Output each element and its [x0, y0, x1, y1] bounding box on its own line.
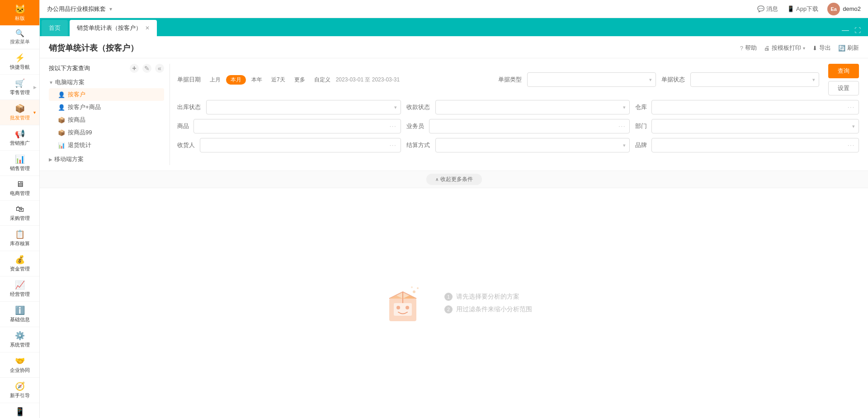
scheme-group-mobile-title[interactable]: ▶ 移动端方案 — [49, 153, 164, 165]
sidebar-item-label: 库存核算 — [10, 240, 30, 247]
scheme-group-mobile-label: 移动端方案 — [54, 155, 84, 163]
scheme-item-label: 按客户+商品 — [68, 103, 101, 111]
sidebar-item-inventory[interactable]: 📋 库存核算 — [0, 226, 39, 251]
minimize-icon[interactable]: — — [842, 26, 849, 34]
out-status-input[interactable]: ▾ — [206, 100, 401, 114]
sidebar-item-label: 零售管理 — [10, 89, 30, 96]
scheme-group-desktop-title[interactable]: ▼ 电脑端方案 — [49, 76, 164, 88]
industry-dropdown-icon[interactable]: ▾ — [109, 6, 112, 12]
product-dots: ··· — [390, 123, 397, 129]
sidebar-item-label: 基础信息 — [10, 316, 30, 323]
purchase-icon: 🛍 — [16, 204, 24, 214]
export-btn[interactable]: ⬇ 导出 — [812, 44, 831, 52]
scheme-header-actions: + ✎ « — [130, 64, 164, 73]
app-logo[interactable]: 🐱 标版 — [0, 0, 40, 25]
nav-tabs-bar: 首页 销货单统计表（按客户） ✕ — ⛶ — [40, 18, 868, 36]
wholesale-icon: 📦 — [15, 104, 25, 114]
tab-home[interactable]: 首页 — [42, 20, 68, 36]
sidebar-search[interactable]: 🔍 搜索菜单 — [0, 25, 39, 49]
sidebar-item-sales[interactable]: 📊 销售管理 — [0, 151, 39, 176]
collapse-btn[interactable]: ∧ 收起更多条件 — [426, 174, 482, 185]
logo-subtitle: 标版 — [15, 15, 25, 22]
refresh-label: 刷新 — [847, 44, 859, 52]
maximize-icon[interactable]: ⛶ — [854, 27, 861, 34]
sidebar-item-purchase[interactable]: 🛍 采购管理 — [0, 201, 39, 226]
sidebar-item-label: 经营管理 — [10, 291, 30, 298]
sidebar-search-label: 搜索菜单 — [10, 38, 30, 45]
sidebar-item-wholesale[interactable]: 📦 批发管理 ▼ — [0, 100, 39, 125]
filter-field-settlement: 结算方式 ▾ — [406, 138, 630, 152]
svg-point-5 — [411, 286, 413, 288]
sidebar-item-system[interactable]: ⚙️ 系统管理 — [0, 327, 39, 352]
scheme-group-desktop: ▼ 电脑端方案 👤 按客户 👤 按客户+商品 — [49, 76, 164, 152]
query-button[interactable]: 查询 — [828, 64, 859, 78]
sidebar-item-quick-nav[interactable]: ⚡ 快捷导航 — [0, 49, 39, 75]
warehouse-input[interactable]: ··· — [651, 100, 859, 114]
scheme-panel-header: 按以下方案查询 + ✎ « — [49, 64, 164, 73]
sidebar-item-finance[interactable]: 💰 资金管理 — [0, 251, 39, 276]
sidebar-item-retail[interactable]: 🛒 零售管理 ▶ — [0, 75, 39, 100]
tab-close-icon[interactable]: ✕ — [145, 25, 150, 31]
export-label: 导出 — [819, 44, 831, 52]
sidebar-item-marketing[interactable]: 📢 营销推广 — [0, 125, 39, 151]
filter-row-1: 单据日期 上月 本月 本年 近7天 更多 自定义 2023-03-01 至 20… — [177, 64, 859, 95]
scheme-edit-icon[interactable]: ✎ — [142, 64, 151, 73]
tab-sales-stat[interactable]: 销货单统计表（按客户） ✕ — [70, 20, 157, 36]
svg-point-3 — [406, 306, 409, 309]
scheme-item-label: 按商品 — [68, 116, 85, 124]
receiver-input[interactable]: ··· — [200, 138, 401, 152]
doc-type-label: 单据类型 — [498, 76, 524, 84]
sidebar-item-label: 新手引导 — [10, 392, 30, 399]
date-tab-this-month[interactable]: 本月 — [226, 75, 246, 85]
department-input[interactable]: ▾ — [651, 119, 859, 133]
date-tab-custom[interactable]: 自定义 — [311, 75, 334, 85]
scheme-item-by-product[interactable]: 📦 按商品 — [49, 114, 164, 126]
collapse-btn-label: 收起更多条件 — [440, 176, 473, 183]
sidebar-item-app-center[interactable]: 📱 应用中心 — [0, 403, 39, 418]
filter-field-salesperson: 业务员 ··· — [406, 119, 630, 133]
doc-type-input[interactable]: ▾ — [527, 72, 656, 87]
user-menu[interactable]: Ea demo2 — [827, 3, 861, 15]
sidebar-item-ecommerce[interactable]: 🖥 电商管理 — [0, 176, 39, 201]
date-tab-more[interactable]: 更多 — [291, 75, 309, 85]
brand-input[interactable]: ··· — [651, 138, 859, 152]
date-tab-this-year[interactable]: 本年 — [248, 75, 266, 85]
sidebar-item-basic-info[interactable]: ℹ️ 基础信息 — [0, 302, 39, 327]
sidebar-item-enterprise[interactable]: 🤝 企业协同 — [0, 352, 39, 378]
filter-form: 单据日期 上月 本月 本年 近7天 更多 自定义 2023-03-01 至 20… — [177, 64, 859, 165]
filter-row-4: 收货人 ··· 结算方式 ▾ 品牌 — [177, 138, 859, 152]
scheme-add-icon[interactable]: + — [130, 64, 139, 73]
help-btn[interactable]: ? 帮助 — [740, 44, 757, 52]
scheme-item-return-stats[interactable]: 📊 退货统计 — [49, 139, 164, 152]
scheme-item-by-customer-product[interactable]: 👤 按客户+商品 — [49, 101, 164, 114]
salesperson-input[interactable]: ··· — [429, 119, 630, 133]
svg-point-2 — [396, 306, 400, 309]
scheme-collapse-icon[interactable]: « — [155, 64, 164, 73]
app-download-btn[interactable]: 📱 App下载 — [787, 5, 818, 13]
svg-point-4 — [413, 290, 415, 293]
receipt-status-input[interactable]: ▾ — [435, 100, 630, 114]
sidebar-item-operations[interactable]: 📈 经营管理 — [0, 276, 39, 302]
filter-field-receipt-status: 收款状态 ▾ — [406, 100, 630, 114]
message-btn[interactable]: 💬 消息 — [757, 5, 778, 13]
tip-num-1: 1 — [444, 293, 453, 301]
sidebar-item-label: 资金管理 — [10, 266, 30, 272]
date-tab-last-month[interactable]: 上月 — [206, 75, 224, 85]
scheme-item-by-product-99[interactable]: 📦 按商品99 — [49, 126, 164, 139]
sidebar: 🐱 标版 🔍 搜索菜单 ⚡ 快捷导航 🛒 零售管理 ▶ 📦 批发管理 ▼ 📢 营… — [0, 0, 40, 418]
sidebar-item-newbie[interactable]: 🧭 新手引导 — [0, 378, 39, 403]
doc-status-input[interactable]: ▾ — [690, 72, 819, 87]
sales-icon: 📊 — [15, 154, 25, 164]
settlement-input[interactable]: ▾ — [435, 138, 630, 152]
filter-row-2: 出库状态 ▾ 收款状态 ▾ 仓库 — [177, 100, 859, 114]
refresh-btn[interactable]: 🔄 刷新 — [838, 44, 859, 52]
settings-button[interactable]: 设置 — [828, 81, 859, 95]
salesperson-label: 业务员 — [406, 122, 425, 130]
template-print-btn[interactable]: 🖨 按模板打印 ▾ — [764, 44, 805, 52]
scheme-item-by-customer[interactable]: 👤 按客户 — [49, 88, 164, 101]
product-input[interactable]: ··· — [193, 119, 401, 133]
download-icon: 📱 — [787, 5, 794, 12]
date-tab-last7[interactable]: 近7天 — [268, 75, 289, 85]
search-icon: 🔍 — [15, 29, 24, 38]
date-range-display: 2023-03-01 至 2023-03-31 — [336, 76, 400, 84]
